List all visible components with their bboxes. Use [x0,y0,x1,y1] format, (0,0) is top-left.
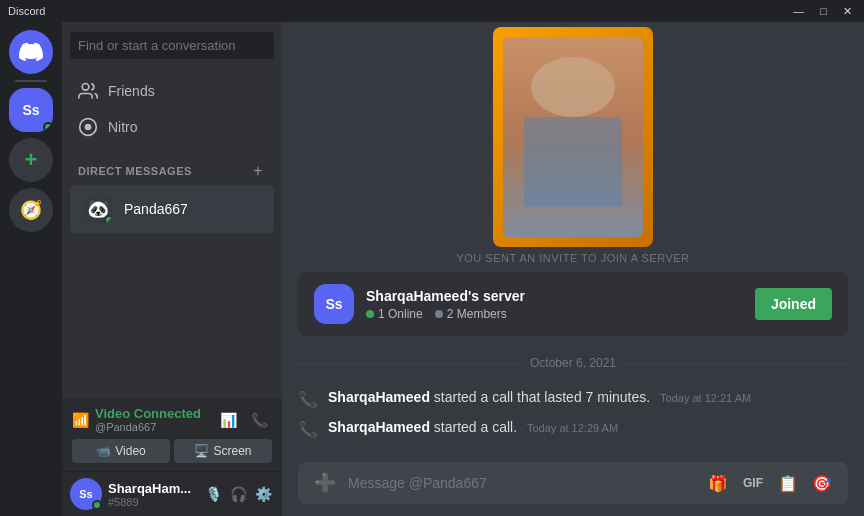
svg-point-2 [85,124,92,131]
message-content-1: SharqaHameed started a call that lasted … [328,388,848,406]
user-info: SharqaHam... #5889 [108,481,197,508]
panda667-username: Panda667 [124,201,188,217]
friends-label: Friends [108,83,155,99]
phone-icon[interactable]: 📞 [247,408,272,432]
user-controls: Ss SharqaHam... #5889 🎙️ 🎧 ⚙️ [62,471,282,516]
server-list: Ss + 🧭 [0,22,62,516]
invite-online-count: 1 Online [366,307,423,321]
dm-add-button[interactable]: + [250,163,266,179]
voice-status-bar: 📶 Video Connected @Panda667 📊 📞 📹 Video … [62,398,282,471]
user-icons: 🎙️ 🎧 ⚙️ [203,484,274,504]
input-action-buttons: 🎁 GIF 📋 🎯 [704,470,836,497]
dm-item-panda667[interactable]: 🐼 Panda667 [70,185,274,233]
server-separator [15,80,47,82]
emoji-button[interactable]: 🎯 [808,470,836,497]
attach-button[interactable]: ➕ [310,462,340,504]
panda667-avatar: 🐼 [82,193,114,225]
dm-list: 🐼 Panda667 [62,185,282,398]
nitro-icon [78,117,98,137]
sidebar-item-friends[interactable]: Friends [70,73,274,109]
video-overlay [282,22,864,252]
signal-icon: 📶 [72,412,89,428]
table-row: 📞 SharqaHameed started a call. Today at … [298,416,848,442]
sidebar-item-nitro[interactable]: Nitro [70,109,274,145]
message-username-2: SharqaHameed [328,419,430,435]
table-row: 📞 SharqaHameed started a call that laste… [298,386,848,412]
sticker-button[interactable]: 📋 [774,470,802,497]
date-line-left [298,363,522,364]
username-display: SharqaHam... [108,481,197,496]
user-avatar: Ss [70,478,102,510]
voice-status-top: 📶 Video Connected @Panda667 📊 📞 [72,406,272,433]
close-button[interactable]: ✕ [839,5,856,18]
invite-card: Ss SharqaHameed's server 1 Online 2 Memb… [298,272,848,336]
server-icon-user-avatar[interactable]: Ss [9,88,53,132]
nitro-label: Nitro [108,119,138,135]
screen-icon: 🖥️ [194,444,209,458]
discover-server-button[interactable]: 🧭 [9,188,53,232]
call-icon-2: 📞 [298,420,318,440]
mute-button[interactable]: 🎙️ [203,484,224,504]
sidebar-nav: Friends Nitro [62,69,282,149]
message-text-2: SharqaHameed started a call. Today at 12… [328,419,618,435]
message-timestamp-1: Today at 12:21 AM [660,392,751,404]
add-server-button[interactable]: + [9,138,53,182]
svg-point-0 [82,84,89,91]
message-input[interactable] [348,465,696,501]
date-separator: October 6, 2021 [282,348,864,378]
dm-section-label: DIRECT MESSAGES [78,165,192,177]
user-discriminator: #5889 [108,496,197,508]
voice-connected-user: @Panda667 [95,421,201,433]
voice-buttons: 📹 Video 🖥️ Screen [72,439,272,463]
titlebar: Discord — □ ✕ [0,0,864,22]
invite-server-name: SharqaHameed's server [366,288,743,304]
app-title: Discord [8,5,45,17]
date-text: October 6, 2021 [530,356,616,370]
screen-button[interactable]: 🖥️ Screen [174,439,272,463]
invite-server-icon: Ss [314,284,354,324]
members-dot [435,310,443,318]
video-button[interactable]: 📹 Video [72,439,170,463]
date-line-right [624,363,848,364]
video-face [503,37,643,237]
gift-button[interactable]: 🎁 [704,470,732,497]
message-content-2: SharqaHameed started a call. Today at 12… [328,418,848,436]
message-list: 📞 SharqaHameed started a call that laste… [282,382,864,454]
message-timestamp-2: Today at 12:29 AM [527,422,618,434]
chat-area: YOU SENT AN INVITE TO JOIN A SERVER Ss S… [282,22,864,516]
deafen-button[interactable]: 🎧 [228,484,249,504]
message-input-container: ➕ 🎁 GIF 📋 🎯 [298,462,848,504]
message-input-bar: ➕ 🎁 GIF 📋 🎯 [282,454,864,516]
window-controls: — □ ✕ [789,5,856,18]
panda667-status-dot [104,215,114,225]
invite-info: SharqaHameed's server 1 Online 2 Members [366,288,743,321]
call-icon-1: 📞 [298,390,318,410]
message-username-1: SharqaHameed [328,389,430,405]
minimize-button[interactable]: — [789,5,808,18]
join-server-button[interactable]: Joined [755,288,832,320]
dm-section-header: DIRECT MESSAGES + [62,149,282,185]
message-text-1: SharqaHameed started a call that lasted … [328,389,751,405]
online-indicator [43,122,53,132]
online-dot [366,310,374,318]
settings-button[interactable]: ⚙️ [253,484,274,504]
invite-section: YOU SENT AN INVITE TO JOIN A SERVER Ss S… [282,252,864,336]
user-status-dot [92,500,102,510]
main-layout: Ss + 🧭 Friends [0,22,864,516]
search-input[interactable] [70,32,274,59]
voice-settings-icon[interactable]: 📊 [216,408,241,432]
maximize-button[interactable]: □ [816,5,831,18]
gif-button[interactable]: GIF [738,473,768,493]
invite-members-count: 2 Members [435,307,507,321]
voice-connected-label: Video Connected [95,406,201,421]
invite-meta: 1 Online 2 Members [366,307,743,321]
friends-icon [78,81,98,101]
server-icon-home[interactable] [9,30,53,74]
video-icon: 📹 [96,444,111,458]
sidebar: Friends Nitro DIRECT MESSAGES + 🐼 [62,22,282,516]
invite-label: YOU SENT AN INVITE TO JOIN A SERVER [298,252,848,264]
video-tile [493,27,653,247]
sidebar-search [62,22,282,69]
